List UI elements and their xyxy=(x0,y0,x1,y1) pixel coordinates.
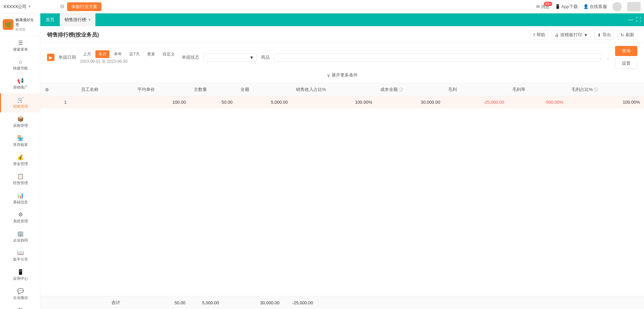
footer-cost: 30,000.00 xyxy=(246,300,280,305)
help-icon: ? xyxy=(533,33,535,38)
sidebar-item-inventory[interactable]: 🏪 库存核算 xyxy=(0,132,40,151)
sidebar-item-label: 新手引导 xyxy=(13,257,28,262)
main-layout: 🌿 畅康通好生意 标准版 ☰ 搜索菜单 ⌂ 快捷导航 📢 营销推广 🛒 销售管理… xyxy=(0,13,644,309)
date-btn-this-year[interactable]: 本年 xyxy=(111,50,125,58)
sidebar-item-basic-info[interactable]: 📊 基础信息 xyxy=(0,189,40,208)
tab-close-icon[interactable]: × xyxy=(88,17,91,22)
sidebar-item-enterprise[interactable]: 🏢 企业协同 xyxy=(0,227,40,246)
sidebar-item-wechat[interactable]: 💬 企业微信 xyxy=(0,285,40,304)
sidebar-item-operation[interactable]: 📋 经营管理 xyxy=(0,170,40,189)
expand-more-btn[interactable]: ∨ 展开更多条件 xyxy=(47,71,637,80)
sidebar: 🌿 畅康通好生意 标准版 ☰ 搜索菜单 ⌂ 快捷导航 📢 营销推广 🛒 销售管理… xyxy=(0,13,40,309)
th-profit-rate: 毛利率 xyxy=(508,83,567,96)
sidebar-item-guide[interactable]: 📖 新手引导 xyxy=(0,246,40,265)
query-btn[interactable]: 查询 xyxy=(615,46,637,56)
wechat-icon: 💬 xyxy=(17,288,24,294)
sidebar-item-label: 快捷导航 xyxy=(13,66,28,71)
footer-total-label-text: 合计 xyxy=(112,300,132,306)
message-badge: 99+ xyxy=(544,2,552,6)
top-bar-right: ✉ 消息 99+ 📱 App下载 👤 在线客服 xyxy=(536,2,641,11)
sidebar-item-member[interactable]: V 畅会员 xyxy=(0,304,40,309)
sidebar-item-search[interactable]: ☰ 搜索菜单 xyxy=(0,36,40,55)
status-select[interactable]: ▼ xyxy=(203,53,257,62)
tab-sales-rank[interactable]: 销售排行榜 × xyxy=(60,13,95,26)
tab-maximize-icon[interactable]: ⛶ xyxy=(636,17,641,23)
date-btn-more[interactable]: 更多 xyxy=(144,50,158,58)
date-buttons: 上月 本月 本年 近7天 更多 自定义 xyxy=(80,50,178,58)
tab-label: 销售排行榜 xyxy=(65,17,86,23)
date-btn-last7[interactable]: 近7天 xyxy=(126,50,143,58)
guide-icon: 📖 xyxy=(17,250,24,256)
th-employee: 员工名称 xyxy=(77,83,133,96)
sidebar-item-label: 基础信息 xyxy=(13,200,28,205)
sidebar-item-purchase[interactable]: 📦 采购管理 xyxy=(0,112,40,132)
footer-profit: -25,000.00 xyxy=(280,300,313,305)
status-chevron-icon: ▼ xyxy=(250,55,254,60)
sidebar-item-label: 采购管理 xyxy=(13,123,28,128)
tab-bar-right: — ⛶ xyxy=(628,17,644,23)
settings-icon[interactable]: ⚙ xyxy=(60,3,65,10)
logo-icon: 🌿 xyxy=(3,19,13,30)
sidebar-item-label: 经营管理 xyxy=(13,181,28,186)
marketing-icon: 📢 xyxy=(17,78,24,84)
tab-home[interactable]: 首页 xyxy=(40,13,60,26)
tab-minimize-icon[interactable]: — xyxy=(628,17,633,23)
logo-text-area: 畅康通好生意 标准版 xyxy=(15,17,37,32)
home-icon: ⌂ xyxy=(19,59,22,65)
sidebar-item-sales[interactable]: 🛒 销售管理 xyxy=(0,93,40,112)
th-profit-pct: 毛利占比% ⓘ xyxy=(567,83,644,96)
status-value xyxy=(206,55,208,60)
th-qty: 主数量 xyxy=(190,83,237,96)
purchase-icon: 📦 xyxy=(17,116,24,122)
app-download-btn[interactable]: 📱 App下载 xyxy=(555,4,578,10)
filter-toggle-icon[interactable]: ▶ xyxy=(47,54,54,61)
filter-row: ▶ 单据日期 上月 本月 本年 近7天 更多 自定义 2023-06-01 至 … xyxy=(47,46,637,69)
user-name[interactable] xyxy=(627,2,641,11)
filter-settings-btn[interactable]: 设置 xyxy=(615,58,637,69)
th-settings[interactable]: ⚙ xyxy=(40,83,54,96)
message-btn[interactable]: ✉ 消息 99+ xyxy=(536,4,550,10)
page-header: 销售排行榜(按业务员) ? 帮助 🖨 按模板打印 ▼ ⬇ 导出 ↻ 刷新 xyxy=(40,26,644,43)
basic-info-icon: 📊 xyxy=(17,192,24,199)
sidebar-item-label: 企业协同 xyxy=(13,238,28,243)
sidebar-item-marketing[interactable]: 📢 营销推广 xyxy=(0,74,40,93)
sidebar-item-label: 企业微信 xyxy=(13,295,28,300)
expand-label: 展开更多条件 xyxy=(332,72,358,78)
export-label: 导出 xyxy=(602,32,611,38)
sidebar-item-quick-nav[interactable]: ⌂ 快捷导航 xyxy=(0,55,40,74)
sales-icon: 🛒 xyxy=(17,97,24,103)
profit-pct-help-icon: ⓘ xyxy=(594,87,598,92)
sidebar-item-apps[interactable]: 📱 应用中心 xyxy=(0,265,40,285)
sidebar-item-label: 销售管理 xyxy=(13,104,28,109)
print-label: 按模板打印 xyxy=(560,32,582,38)
date-btn-prev-month[interactable]: 上月 xyxy=(80,50,94,58)
online-service-btn[interactable]: 👤 在线客服 xyxy=(583,4,607,10)
status-filter-label: 单据状态 xyxy=(182,54,199,60)
footer-amount: 5,000.00 xyxy=(185,300,219,305)
sidebar-item-system[interactable]: ⚙ 系统管理 xyxy=(0,208,40,227)
app-label: App下载 xyxy=(561,4,578,10)
sidebar-item-finance[interactable]: 💰 资金管理 xyxy=(0,151,40,170)
sidebar-logo: 🌿 畅康通好生意 标准版 xyxy=(0,13,40,36)
filter-area: ▶ 单据日期 上月 本月 本年 近7天 更多 自定义 2023-06-01 至 … xyxy=(40,43,644,83)
table-row: 1100.0050.005,000.00100.00%30,000.00-25,… xyxy=(40,96,644,108)
help-btn[interactable]: ? 帮助 xyxy=(530,30,548,40)
trial-btn[interactable]: 体验行业方案 xyxy=(67,2,101,11)
print-btn[interactable]: 🖨 按模板打印 ▼ xyxy=(552,30,591,40)
th-cost: 成本全额 ⓘ xyxy=(376,83,444,96)
date-btn-custom[interactable]: 自定义 xyxy=(160,50,178,58)
more-filters-icon[interactable]: ... xyxy=(605,55,611,60)
company-selector[interactable]: XXXXX公司 ▼ xyxy=(3,4,57,10)
service-label: 在线客服 xyxy=(590,4,607,10)
avatar[interactable] xyxy=(612,2,622,11)
date-range: 2023-06-01 至 2023-06-30 xyxy=(80,59,178,64)
company-chevron-icon: ▼ xyxy=(28,5,31,8)
export-btn[interactable]: ⬇ 导出 xyxy=(594,30,614,40)
system-icon: ⚙ xyxy=(18,211,23,218)
goods-select[interactable] xyxy=(274,53,601,62)
sidebar-item-label: 系统管理 xyxy=(13,219,28,224)
tab-home-label: 首页 xyxy=(46,17,54,23)
footer-qty: 50.00 xyxy=(159,300,185,305)
refresh-btn[interactable]: ↻ 刷新 xyxy=(617,30,637,40)
date-btn-this-month[interactable]: 本月 xyxy=(95,50,110,58)
